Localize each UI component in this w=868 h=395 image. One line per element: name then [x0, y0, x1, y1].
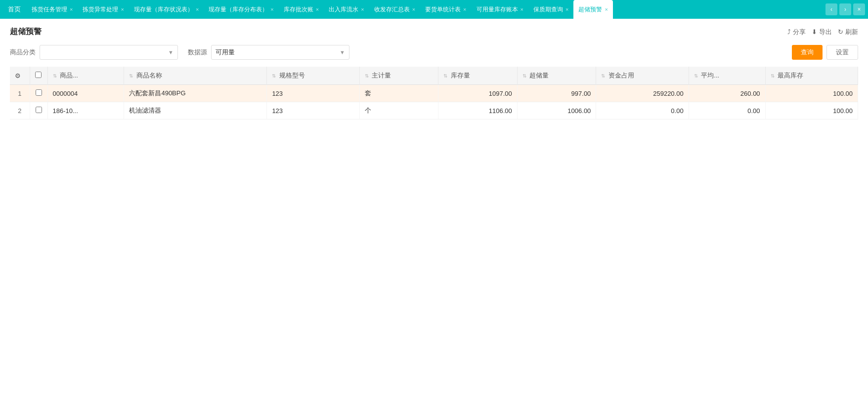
col-header-product-code[interactable]: ⇅ 商品...: [47, 67, 124, 85]
col-header-unit[interactable]: ⇅ 主计量: [359, 67, 438, 85]
chevron-down-icon: ▼: [168, 49, 174, 55]
close-icon[interactable]: ×: [565, 6, 568, 12]
col-header-stock[interactable]: ⇅ 库存量: [438, 67, 518, 85]
cell-max-stock: 100.00: [765, 85, 858, 102]
col-label-overflow: 超储量: [529, 72, 549, 79]
tab-shofacunhuizong[interactable]: 收发存汇总表 ×: [369, 0, 420, 19]
row-checkbox[interactable]: [36, 89, 42, 96]
cell-product-code: 0000004: [47, 85, 124, 102]
checkbox-col-header[interactable]: [30, 67, 47, 85]
tab-keyongliang[interactable]: 可用量库存账本 ×: [472, 0, 528, 19]
cell-unit: 个: [359, 102, 438, 119]
close-icon[interactable]: ×: [316, 6, 319, 12]
page-title: 超储预警: [10, 27, 42, 37]
close-icon[interactable]: ×: [70, 6, 73, 12]
col-label-max-stock: 最高库存: [778, 72, 803, 79]
tab-yaohuo[interactable]: 要货单统计表 ×: [420, 0, 471, 19]
cell-overflow: 1006.00: [517, 102, 596, 119]
cell-avg: 0.00: [689, 102, 765, 119]
tab-jianhuorenwuguanli[interactable]: 拣货任务管理 ×: [27, 0, 78, 19]
home-tab[interactable]: 首页: [2, 0, 27, 19]
datasource-select-value: 可用量: [216, 48, 235, 57]
row-index: 2: [10, 102, 30, 119]
close-icon[interactable]: ×: [412, 6, 415, 12]
category-label: 商品分类: [10, 48, 36, 57]
tab-xiancunliang-zhuangkuang[interactable]: 现存量（库存状况表） ×: [129, 0, 204, 19]
cell-unit: 套: [359, 85, 438, 102]
cell-avg: 260.00: [689, 85, 765, 102]
gear-icon: ⚙: [15, 72, 21, 79]
close-icon[interactable]: ×: [270, 6, 273, 12]
close-icon[interactable]: ×: [521, 6, 523, 12]
col-header-overflow[interactable]: ⇅ 超储量: [517, 67, 596, 85]
sort-icon: ⇅: [272, 73, 276, 79]
close-icon[interactable]: ×: [196, 6, 199, 12]
filter-row: 商品分类 ▼ 数据源 可用量 ▼ 查询 设置: [10, 45, 858, 60]
table-header-row: ⚙ ⇅ 商品... ⇅ 商品名称 ⇅ 规格型号 ⇅: [10, 67, 858, 85]
refresh-icon: ↻: [838, 28, 843, 36]
tab-baozhi[interactable]: 保质期查询 ×: [528, 0, 573, 19]
tab-kucunpicizh[interactable]: 库存批次账 ×: [279, 0, 324, 19]
row-checkbox[interactable]: [36, 107, 42, 113]
share-button[interactable]: ⤴ 分享: [787, 28, 806, 37]
cell-capital: 259220.00: [596, 85, 689, 102]
col-label-unit: 主计量: [372, 72, 391, 79]
table-row: 2 186-10... 机油滤清器 123 个 1106.00 1006.00 …: [10, 102, 858, 119]
category-select[interactable]: ▼: [40, 45, 178, 60]
settings-col-header[interactable]: ⚙: [10, 67, 30, 85]
chevron-down-icon: ▼: [340, 49, 345, 55]
nav-arrows: ‹ › ×: [825, 3, 866, 15]
top-navigation: 首页 拣货任务管理 × 拣货异常处理 × 现存量（库存状况表） × 现存量（库存…: [0, 0, 868, 19]
sort-icon: ⇅: [443, 73, 447, 79]
header-actions: ⤴ 分享 ⬇ 导出 ↻ 刷新: [787, 28, 858, 37]
col-label-avg: 平均...: [701, 72, 719, 79]
col-header-avg[interactable]: ⇅ 平均...: [689, 67, 765, 85]
tab-xiancunliang-fenbiao[interactable]: 现存量（库存分布表） ×: [204, 0, 278, 19]
cell-product-name: 机油滤清器: [124, 102, 267, 119]
table-row: 1 0000004 六配套新昌490BPG 123 套 1097.00 997.…: [10, 85, 858, 102]
datasource-select[interactable]: 可用量 ▼: [211, 45, 349, 60]
col-label-product-name: 商品名称: [136, 72, 162, 79]
filter-buttons: 查询 设置: [792, 45, 858, 60]
cell-stock: 1097.00: [438, 85, 518, 102]
nav-next-arrow[interactable]: ›: [839, 3, 851, 15]
refresh-button[interactable]: ↻ 刷新: [838, 28, 858, 37]
datasource-filter: 数据源 可用量 ▼: [188, 45, 349, 60]
row-checkbox-cell[interactable]: [30, 85, 47, 102]
col-header-product-name[interactable]: ⇅ 商品名称: [124, 67, 267, 85]
sort-icon: ⇅: [129, 73, 133, 79]
tab-chaocuyujing[interactable]: 超储预警 ×: [573, 0, 612, 19]
cell-product-name: 六配套新昌490BPG: [124, 85, 267, 102]
row-index: 1: [10, 85, 30, 102]
data-table: ⚙ ⇅ 商品... ⇅ 商品名称 ⇅ 规格型号 ⇅: [10, 67, 858, 119]
sort-icon: ⇅: [771, 73, 775, 79]
cell-overflow: 997.00: [517, 85, 596, 102]
close-icon[interactable]: ×: [605, 6, 608, 12]
col-header-max-stock[interactable]: ⇅ 最高库存: [765, 67, 858, 85]
tab-churukuliushui[interactable]: 出入库流水 ×: [324, 0, 369, 19]
close-icon[interactable]: ×: [463, 6, 466, 12]
nav-prev-arrow[interactable]: ‹: [825, 3, 837, 15]
col-header-capital[interactable]: ⇅ 资金占用: [596, 67, 689, 85]
col-label-spec: 规格型号: [279, 72, 305, 79]
close-icon[interactable]: ×: [361, 6, 364, 12]
export-icon: ⬇: [812, 28, 817, 36]
cell-capital: 0.00: [596, 102, 689, 119]
row-checkbox-cell[interactable]: [30, 102, 47, 119]
nav-close-arrow[interactable]: ×: [853, 3, 865, 15]
tab-jianhuoyichangchuli[interactable]: 拣货异常处理 ×: [78, 0, 129, 19]
sort-icon: ⇅: [694, 73, 698, 79]
page-content: 超储预警 ⤴ 分享 ⬇ 导出 ↻ 刷新 商品分类 ▼ 数据源: [0, 19, 868, 127]
page-header: 超储预警 ⤴ 分享 ⬇ 导出 ↻ 刷新: [10, 27, 858, 37]
select-all-checkbox[interactable]: [35, 72, 42, 78]
close-icon[interactable]: ×: [121, 6, 124, 12]
category-filter: 商品分类 ▼: [10, 45, 178, 60]
share-icon: ⤴: [787, 28, 791, 36]
sort-icon: ⇅: [365, 73, 369, 79]
sort-icon: ⇅: [601, 73, 605, 79]
query-button[interactable]: 查询: [792, 45, 823, 60]
settings-button[interactable]: 设置: [826, 45, 858, 60]
export-button[interactable]: ⬇ 导出: [812, 28, 832, 37]
col-header-spec[interactable]: ⇅ 规格型号: [267, 67, 359, 85]
datasource-label: 数据源: [188, 48, 207, 57]
